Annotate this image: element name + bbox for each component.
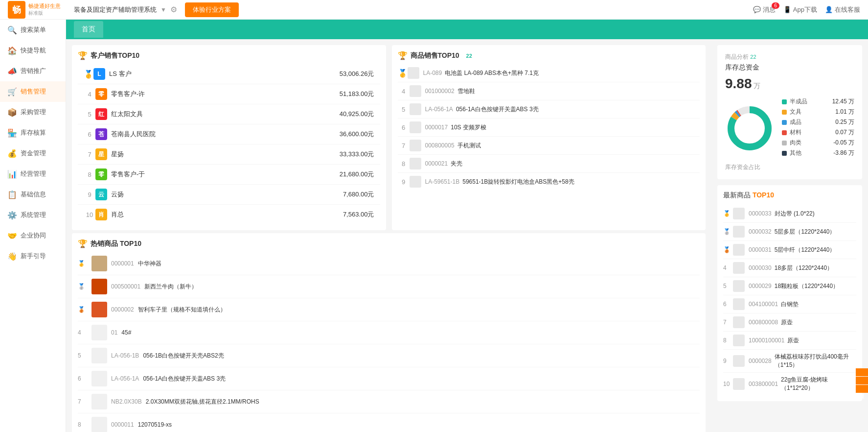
message-badge: 6 <box>772 2 779 9</box>
logo-sub: 标准版 <box>28 10 61 17</box>
hot-products-title: 热销商品 TOP10 <box>91 240 141 248</box>
cs-hotline-btn[interactable]: 客服热线 <box>856 368 868 376</box>
product-img <box>91 256 107 271</box>
product-code: 0000030 <box>749 264 772 271</box>
product-name: 原壶 <box>787 336 856 345</box>
latest-products-title: 最新商品 TOP10 <box>723 191 856 200</box>
rank-num: 8 <box>723 337 733 344</box>
legend-label: 其他 <box>790 149 801 157</box>
customer-name: 零售客户-许 <box>111 90 340 98</box>
product-name: 白钢垫 <box>781 300 856 309</box>
inventory-unit: 万 <box>754 82 760 90</box>
inventory-title: 库存总资金 <box>725 63 854 72</box>
operation-icon: 📊 <box>8 169 17 178</box>
sidebar-label-inventory: 库存核算 <box>21 128 46 137</box>
app-icon: 📱 <box>783 6 791 13</box>
system-name[interactable]: 装备及固定资产辅助管理系统 <box>74 5 157 14</box>
product-name: 22g鱼豆腐-烧烤味（1*12*20） <box>781 376 856 392</box>
inventory-card: 商品分析 22 库存总资金 9.88 万 <box>717 45 862 179</box>
sidebar: 🔍 搜索菜单 🏠 快捷导航 📣 营销推广 🛒 销售管理 📦 采购管理 🏪 库存核… <box>0 0 66 432</box>
avatar: 星 <box>95 148 107 160</box>
sidebar-item-purchase[interactable]: 📦 采购管理 <box>0 102 66 122</box>
rank-num: 7 <box>84 151 95 158</box>
sidebar-label-guide: 新手引导 <box>21 252 46 261</box>
rank-num: 🥇 <box>78 260 88 267</box>
product-name: 新西兰牛肉（新牛） <box>144 283 700 291</box>
legend-item: 其他 -3.86 万 <box>782 149 854 157</box>
product-row: 6 004100001 白钢垫 <box>723 295 856 313</box>
sidebar-item-finance[interactable]: 💰 资金管理 <box>0 143 66 164</box>
nav-tabs: 首页 <box>66 20 868 39</box>
product-img <box>733 280 745 292</box>
product-img <box>91 302 107 317</box>
rank-num: 4 <box>78 329 88 336</box>
customer-name: 星扬 <box>111 150 340 159</box>
sidebar-item-system[interactable]: ⚙️ 系统管理 <box>0 205 66 225</box>
sidebar-item-marketing[interactable]: 📣 营销推广 <box>0 61 66 81</box>
sidebar-item-operation[interactable]: 📊 经营管理 <box>0 164 66 184</box>
message-btn[interactable]: 💬 消息 6 <box>753 5 776 14</box>
main-body: 🏆 客户销售TOP10 🥇 L LS 客户 53,006.26元 4 <box>66 39 868 432</box>
table-row: 5 红 红太阳文具 40,925.00元 <box>78 104 380 124</box>
legend-value: -3.86 万 <box>833 149 854 157</box>
latest-products-list: 🥇 0000033 封边带 (1.0*22) 🥈 0000032 5层多层（12… <box>723 205 856 395</box>
hot-product-row: 5 LA-056-1B 056-1B白色按键开关壳ABS2壳 <box>78 344 700 367</box>
product-name: 电池盖 LA-089 ABS本色+黑种 7.1克 <box>445 69 700 77</box>
rank-num: 🥈 <box>723 228 733 235</box>
hot-products-panel: 🏆 热销商品 TOP10 🥇 0000001 中华神器 🥈 <box>72 233 706 432</box>
sidebar-item-guide[interactable]: 👋 新手引导 <box>0 246 66 266</box>
service-btn[interactable]: 👤 在线客服 <box>825 5 860 14</box>
rank-num: 5 <box>84 111 95 118</box>
product-name: 封边带 (1.0*22) <box>775 210 856 218</box>
legend-item: 半成品 12.45 万 <box>782 97 854 106</box>
legend-dot <box>782 151 787 156</box>
logo-text: 畅捷通好生意 <box>28 2 61 9</box>
product-img <box>91 325 107 340</box>
product-row: 🥉 0000031 5层中纤（1220*2440） <box>723 241 856 259</box>
system-arrow-icon[interactable]: ▼ <box>160 6 166 13</box>
sidebar-item-sales[interactable]: 🛒 销售管理 <box>0 81 66 102</box>
app-download-btn[interactable]: 📱 App下载 <box>783 5 817 14</box>
cs-community-btn[interactable]: 服务社区 <box>856 377 868 384</box>
product-code: 000800005 <box>425 142 455 149</box>
rank-num: 5 <box>78 352 88 359</box>
product-img <box>733 355 745 367</box>
product-img <box>91 394 107 409</box>
tab-home[interactable]: 首页 <box>74 21 103 38</box>
rank-num: 7 <box>398 142 410 149</box>
product-img <box>408 67 419 79</box>
product-name: 18多层（1220*2440） <box>775 264 856 272</box>
customer-amount: 53,006.26元 <box>340 70 374 78</box>
customer-ranking-panel: 🏆 客户销售TOP10 🥇 L LS 客户 53,006.26元 4 <box>72 45 386 230</box>
legend-label: 成品 <box>790 118 801 126</box>
customer-amount: 40,925.00元 <box>340 110 374 119</box>
logo-icon: 畅 <box>8 1 25 19</box>
sidebar-item-basic[interactable]: 📋 基础信息 <box>0 184 66 205</box>
product-code: 0000029 <box>749 283 772 289</box>
product-name: 体械荔枝味苏打饮品400毫升（1*15） <box>775 353 856 369</box>
sidebar-item-inventory[interactable]: 🏪 库存核算 <box>0 122 66 143</box>
rank-num: 9 <box>84 191 95 198</box>
trophy-icon: 🏆 <box>78 51 88 60</box>
hot-product-row: 8 0000011 12070519-xs <box>78 413 700 432</box>
product-name: 12070519-xs <box>138 421 700 428</box>
customer-amount: 33,333.00元 <box>340 150 374 159</box>
donut-chart <box>725 104 774 153</box>
table-row: 10 肖 肖总 7,563.00元 <box>78 205 380 224</box>
donut-svg <box>725 104 774 153</box>
sidebar-item-enterprise[interactable]: 🤝 企业协同 <box>0 225 66 246</box>
product-img <box>733 262 745 274</box>
product-code: 001000002 <box>425 88 455 95</box>
sidebar-item-search[interactable]: 🔍 搜索菜单 <box>0 20 66 40</box>
product-row: 4 001000002 雪地鞋 <box>398 82 700 100</box>
customer-name: 红太阳文具 <box>111 110 340 119</box>
trial-button[interactable]: 体验行业方案 <box>185 2 239 17</box>
system-gear-icon[interactable]: ⚙ <box>170 5 177 14</box>
rank-num: 10 <box>723 381 733 387</box>
home-icon: 🏠 <box>8 46 17 55</box>
enterprise-icon: 🤝 <box>8 231 17 240</box>
cs-live-btn[interactable]: 直播 <box>856 385 868 393</box>
product-row: 8 10000100001 原壶 <box>723 332 856 350</box>
sidebar-item-quicknav[interactable]: 🏠 快捷导航 <box>0 40 66 61</box>
sidebar-label-system: 系统管理 <box>21 211 46 219</box>
